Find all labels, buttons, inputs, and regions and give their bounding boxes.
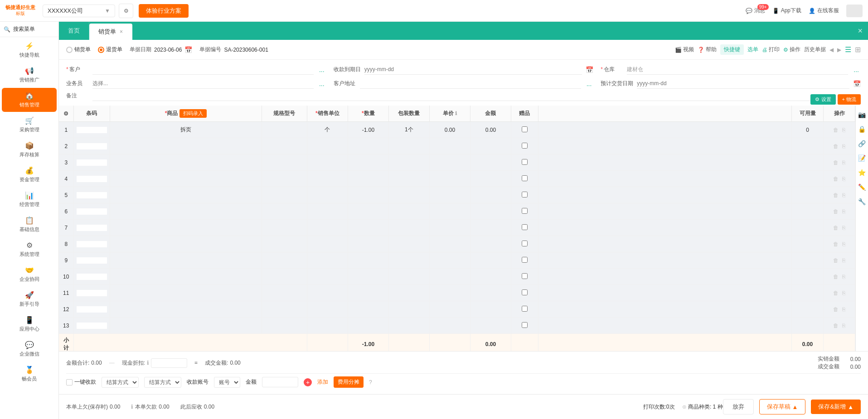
video-action[interactable]: 🎬 视频	[675, 46, 694, 53]
customer-dots-btn[interactable]: ...	[317, 66, 326, 73]
help-action[interactable]: ❓ 帮助	[698, 46, 717, 53]
gift-checkbox-9[interactable]	[522, 257, 528, 263]
row-barcode-3[interactable]	[73, 154, 110, 171]
delete-icon-5[interactable]: 🗑	[833, 192, 839, 198]
cash-discount-input[interactable]	[151, 358, 187, 368]
gift-checkbox-4[interactable]	[522, 175, 528, 181]
row-product-10[interactable]	[110, 269, 262, 285]
payment-account-select[interactable]: 账号	[214, 377, 240, 388]
row-barcode-12[interactable]	[73, 301, 110, 318]
row-gift-8[interactable]	[511, 236, 538, 252]
tab-sales-order[interactable]: 销货单 ×	[89, 24, 132, 40]
row-unitprice-4[interactable]	[429, 171, 470, 187]
row-product-4[interactable]	[110, 171, 262, 187]
row-qty-3[interactable]	[348, 154, 388, 171]
gift-checkbox-7[interactable]	[522, 224, 528, 230]
row-pkgqty-7[interactable]	[388, 220, 429, 236]
barcode-input-4[interactable]	[77, 176, 107, 182]
scan-button[interactable]: 扫码录入	[179, 109, 207, 118]
row-pkgqty-11[interactable]	[388, 285, 429, 301]
row-unitprice-2[interactable]	[429, 138, 470, 154]
row-qty-11[interactable]	[348, 285, 388, 301]
row-barcode-5[interactable]	[73, 187, 110, 203]
row-salesunit-12[interactable]	[307, 301, 348, 318]
panel-icon-lock[interactable]: 🔒	[857, 124, 868, 135]
copy-icon-6[interactable]: ⎘	[842, 208, 845, 215]
barcode-input-9[interactable]	[77, 257, 107, 264]
row-barcode-13[interactable]	[73, 318, 110, 334]
row-spec-11[interactable]	[262, 285, 307, 301]
copy-icon-8[interactable]: ⎘	[842, 241, 845, 247]
row-qty-7[interactable]	[348, 220, 388, 236]
row-unitprice-13[interactable]	[429, 318, 470, 334]
row-unitprice-7[interactable]	[429, 220, 470, 236]
row-unitprice-12[interactable]	[429, 301, 470, 318]
barcode-input-3[interactable]	[77, 159, 107, 166]
delete-icon-4[interactable]: 🗑	[833, 176, 839, 182]
row-amount-4[interactable]	[470, 171, 511, 187]
panel-icon-edit[interactable]: ✏️	[857, 182, 868, 193]
barcode-input-11[interactable]	[77, 290, 107, 296]
copy-icon-3[interactable]: ⎘	[842, 159, 845, 166]
payment-method-select2[interactable]: 结算方式	[144, 377, 181, 388]
row-salesunit-7[interactable]	[307, 220, 348, 236]
expected-date-calendar-icon[interactable]: 📅	[853, 80, 861, 87]
copy-icon-2[interactable]: ⎘	[842, 143, 845, 149]
row-gift-12[interactable]	[511, 301, 538, 318]
row-spec-1[interactable]	[262, 122, 307, 138]
row-pkgqty-13[interactable]	[388, 318, 429, 334]
payment-amount-input[interactable]	[262, 377, 298, 387]
copy-icon-11[interactable]: ⎘	[842, 290, 845, 296]
salesperson-dots-btn[interactable]: ...	[317, 80, 326, 87]
row-product-9[interactable]	[110, 252, 262, 269]
row-spec-4[interactable]	[262, 171, 307, 187]
sidebar-item-purchase-mgmt[interactable]: 🛒采购管理	[2, 113, 57, 137]
copy-icon-4[interactable]: ⎘	[842, 176, 845, 182]
sidebar-item-quick-nav[interactable]: ⚡快捷导航	[2, 38, 57, 62]
row-qty-9[interactable]	[348, 252, 388, 269]
row-gift-2[interactable]	[511, 138, 538, 154]
barcode-input-13[interactable]	[77, 323, 107, 329]
date-calendar-icon[interactable]: 📅	[184, 46, 192, 53]
row-spec-10[interactable]	[262, 269, 307, 285]
delete-icon-6[interactable]: 🗑	[833, 208, 839, 215]
row-gift-5[interactable]	[511, 187, 538, 203]
row-qty-2[interactable]	[348, 138, 388, 154]
barcode-input-8[interactable]	[77, 241, 107, 247]
save-draft-button[interactable]: 保存草稿 ▲	[759, 399, 806, 414]
tab-close-main[interactable]: ×	[858, 26, 868, 36]
row-salesunit-8[interactable]	[307, 236, 348, 252]
copy-icon-7[interactable]: ⎘	[842, 225, 845, 231]
panel-icon-note[interactable]: 📝	[857, 153, 868, 164]
row-product-3[interactable]	[110, 154, 262, 171]
sidebar-item-sales-mgmt[interactable]: 🏠销售管理	[2, 88, 57, 112]
unit-price-info-icon[interactable]: ℹ	[455, 111, 457, 116]
row-spec-3[interactable]	[262, 154, 307, 171]
app-download-button[interactable]: 📱 App下载	[772, 7, 801, 14]
row-qty-4[interactable]	[348, 171, 388, 187]
row-unitprice-10[interactable]	[429, 269, 470, 285]
barcode-input-10[interactable]	[77, 274, 107, 280]
row-spec-5[interactable]	[262, 187, 307, 203]
row-spec-9[interactable]	[262, 252, 307, 269]
row-unitprice-8[interactable]	[429, 236, 470, 252]
row-amount-5[interactable]	[470, 187, 511, 203]
payment-method-select[interactable]: 结算方式	[102, 377, 139, 388]
view-grid-icon[interactable]: ⊞	[855, 45, 861, 54]
receipt-date-calendar-icon[interactable]: 📅	[586, 66, 593, 73]
gift-checkbox-10[interactable]	[522, 273, 528, 279]
sidebar-item-member[interactable]: 🏅畅会员	[2, 362, 57, 386]
history-action[interactable]: 历史单据	[804, 46, 826, 53]
gift-checkbox-2[interactable]	[522, 143, 528, 149]
row-product-12[interactable]	[110, 301, 262, 318]
row-salesunit-11[interactable]	[307, 285, 348, 301]
settings-button[interactable]: ⚙ 设置	[810, 94, 835, 105]
add-payment-button[interactable]: +	[304, 378, 312, 386]
barcode-input-12[interactable]	[77, 306, 107, 313]
radio-sales-order[interactable]: 销货单	[66, 46, 91, 53]
product-types-filter-icon[interactable]: ⊙	[682, 404, 687, 410]
delete-icon-13[interactable]: 🗑	[833, 323, 839, 329]
copy-icon-12[interactable]: ⎘	[842, 306, 845, 313]
row-amount-8[interactable]	[470, 236, 511, 252]
row-amount-11[interactable]	[470, 285, 511, 301]
